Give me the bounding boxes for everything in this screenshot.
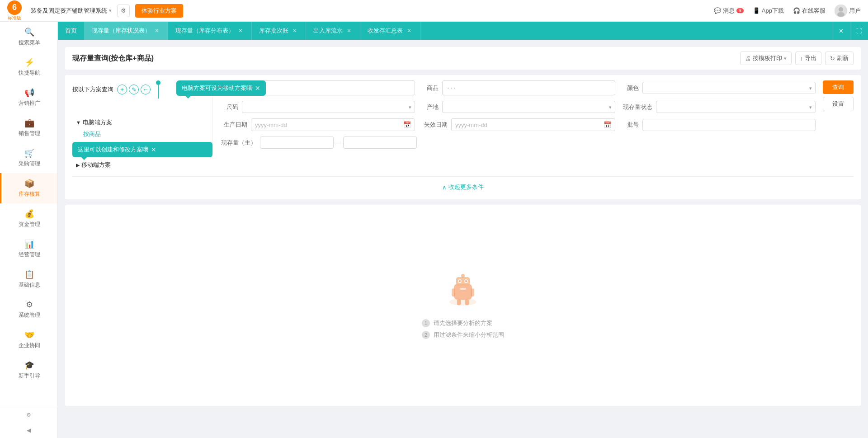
tab-inventory-dist-close[interactable]: ✕ — [237, 27, 244, 34]
collapse-label: 收起更多条件 — [448, 183, 484, 191]
empty-step2: 2 用过滤条件来缩小分析范围 — [422, 331, 504, 339]
tooltip1-close[interactable]: ✕ — [255, 85, 260, 92]
sidebar-item-purchase[interactable]: 🛒 采购管理 — [0, 143, 57, 173]
top-bar-right: 💬 消息 9 📱 App下载 🎧 在线客服 用户 — [714, 5, 861, 17]
filter-fields-column: 仓库 ··· 商品 ··· — [212, 80, 816, 152]
settings-button[interactable]: ⚙ — [117, 5, 130, 17]
sidebar-item-sales[interactable]: 💼 销售管理 — [0, 113, 57, 143]
produce-date-input[interactable]: yyyy-mm-dd 📅 — [251, 118, 415, 131]
tab-inventory-status[interactable]: 现存量（库存状况表） ✕ — [85, 22, 168, 40]
produce-date-placeholder: yyyy-mm-dd — [255, 122, 287, 128]
tab-summary[interactable]: 收发存汇总表 ✕ — [360, 22, 420, 40]
filter-actions: + ✎ ← — [117, 85, 151, 94]
scheme-label-mobile: 移动端方案 — [81, 161, 111, 169]
tab-fullscreen-btn[interactable]: ⛶ — [850, 22, 868, 40]
empty-state: 1 请先选择要分析的方案 2 用过滤条件来缩小分析范围 — [65, 232, 861, 379]
scheme-group-mobile[interactable]: ▶ 移动端方案 — [72, 159, 212, 171]
online-support-button[interactable]: 🎧 在线客服 — [793, 7, 826, 15]
tab-home[interactable]: 首页 — [58, 22, 85, 40]
step1-num: 1 — [422, 319, 430, 327]
tab-batch-account[interactable]: 库存批次账 ✕ — [252, 22, 306, 40]
origin-select[interactable] — [442, 101, 615, 113]
color-select[interactable] — [642, 82, 816, 94]
sidebar-item-label-system: 系统管理 — [19, 311, 40, 319]
sidebar-item-guide[interactable]: 🎓 新手引导 — [0, 355, 57, 385]
empty-steps-list: 1 请先选择要分析的方案 2 用过滤条件来缩小分析范围 — [422, 319, 504, 343]
svg-point-9 — [465, 280, 467, 282]
tab-inventory-status-close[interactable]: ✕ — [153, 27, 160, 34]
stock-qty-min[interactable] — [260, 137, 334, 149]
sidebar-item-cooperation[interactable]: 🤝 企业协同 — [0, 325, 57, 355]
sidebar-item-system[interactable]: ⚙ 系统管理 — [0, 294, 57, 325]
sidebar-item-search[interactable]: 🔍 搜索菜单 — [0, 22, 57, 52]
logo-area: 6 标准版 — [7, 0, 22, 21]
sidebar-collapse-btn[interactable]: ◀ — [0, 423, 57, 438]
scheme-item-goods[interactable]: 按商品 — [72, 128, 212, 140]
tab-inventory-dist[interactable]: 现存量（库存分布表） ✕ — [168, 22, 252, 40]
tab-inventory-status-label: 现存量（库存状况表） — [92, 27, 151, 35]
svg-rect-14 — [460, 288, 466, 290]
color-select-wrap: ▾ — [642, 82, 816, 94]
tab-summary-label: 收发存汇总表 — [368, 27, 403, 35]
scheme-group-desktop[interactable]: ▼ 电脑端方案 — [72, 117, 212, 128]
sidebar-item-inventory[interactable]: 📦 库存核算 — [0, 173, 57, 203]
message-button[interactable]: 💬 消息 9 — [714, 7, 744, 15]
goods-input[interactable]: ··· — [442, 80, 615, 95]
app-download-button[interactable]: 📱 App下载 — [753, 7, 784, 15]
sidebar-item-marketing[interactable]: 📢 营销推广 — [0, 82, 57, 113]
back-scheme-btn[interactable]: ← — [141, 85, 151, 94]
stock-status-select[interactable] — [656, 101, 816, 113]
filter-main-row: 按以下方案查询 + ✎ ← — [72, 80, 854, 173]
tab-summary-close[interactable]: ✕ — [406, 27, 413, 34]
refresh-button[interactable]: ↻ 刷新 — [825, 52, 854, 65]
finance-icon: 💰 — [24, 209, 34, 219]
tooltip2-close[interactable]: ✕ — [151, 146, 156, 153]
cooperation-icon: 🤝 — [24, 330, 34, 340]
expire-date-placeholder: yyyy-mm-dd — [455, 122, 487, 128]
top-bar-left: 6 标准版 装备及固定资产辅助管理系统 ▾ ⚙ 体验行业方案 — [7, 0, 183, 21]
collapse-button[interactable]: ∧ 收起更多条件 — [72, 180, 854, 194]
sidebar-item-label-purchase: 采购管理 — [19, 160, 40, 168]
stock-qty-max[interactable] — [343, 137, 417, 149]
tab-batch-account-label: 库存批次账 — [259, 27, 288, 35]
filter-row2: 尺码 ▾ 产地 — [220, 101, 816, 113]
trial-button[interactable]: 体验行业方案 — [135, 4, 183, 18]
dropdown-icon: ▾ — [109, 8, 112, 14]
sidebar-item-management[interactable]: 📊 经营管理 — [0, 234, 57, 264]
expire-date-label: 失效日期 — [420, 121, 448, 129]
goods-field: 商品 ··· — [420, 80, 615, 95]
stock-status-select-wrap: ▾ — [656, 101, 816, 113]
batch-no-input[interactable] — [642, 119, 816, 131]
export-button[interactable]: ↑ 导出 — [795, 52, 822, 65]
sidebar-settings-btn[interactable]: ⚙ — [0, 407, 57, 423]
expire-date-input[interactable]: yyyy-mm-dd 📅 — [451, 118, 615, 131]
stock-status-label: 现存量状态 — [621, 103, 652, 111]
warehouse-input[interactable]: ··· — [242, 80, 415, 95]
tab-inout-flow[interactable]: 出入库流水 ✕ — [306, 22, 360, 40]
svg-rect-10 — [452, 288, 455, 297]
edit-scheme-btn[interactable]: ✎ — [129, 85, 139, 94]
print-button[interactable]: 🖨 按模板打印 ▾ — [740, 52, 792, 65]
page-header: 现存量查询(按仓库+商品) 🖨 按模板打印 ▾ ↑ 导出 ↻ — [65, 47, 861, 70]
query-button[interactable]: 查询 — [823, 80, 854, 94]
sidebar-item-nav[interactable]: ⚡ 快捷导航 — [0, 52, 57, 82]
filter-row1: 仓库 ··· 商品 ··· — [220, 80, 816, 95]
size-select-wrap: ▾ — [242, 101, 415, 113]
tab-inout-flow-close[interactable]: ✕ — [345, 27, 353, 34]
system-selector[interactable]: 装备及固定资产辅助管理系统 ▾ — [31, 7, 112, 15]
size-field: 尺码 ▾ — [220, 101, 415, 113]
tab-close-all-btn[interactable]: ✕ — [832, 22, 850, 40]
set-button[interactable]: 设置 — [823, 97, 854, 111]
add-scheme-btn[interactable]: + — [117, 85, 127, 94]
stock-qty-range: — — [260, 137, 417, 149]
sidebar-item-label-sales: 销售管理 — [19, 130, 40, 137]
sidebar-item-finance[interactable]: 💰 资金管理 — [0, 203, 57, 234]
size-select[interactable] — [242, 101, 415, 113]
scheme-column: 按以下方案查询 + ✎ ← — [72, 80, 212, 173]
batch-no-label: 批号 — [621, 121, 639, 129]
tab-batch-account-close[interactable]: ✕ — [291, 27, 298, 34]
tab-inventory-dist-label: 现存量（库存分布表） — [175, 27, 234, 35]
user-menu[interactable]: 用户 — [835, 5, 861, 17]
phone-icon: 📱 — [753, 7, 760, 14]
sidebar-item-basic[interactable]: 📋 基础信息 — [0, 264, 57, 294]
